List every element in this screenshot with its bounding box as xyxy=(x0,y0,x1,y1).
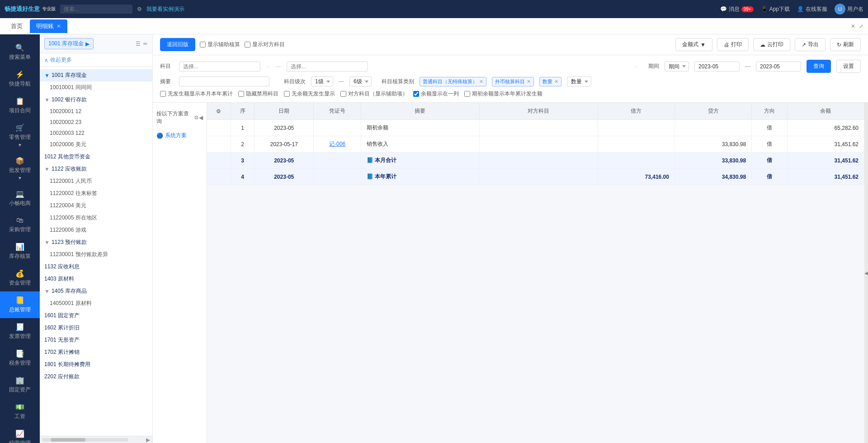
refresh-button[interactable]: ↻ 刷新 xyxy=(830,38,861,51)
tree-item-10020002[interactable]: 10020002 23 xyxy=(40,117,152,128)
tag-remove-0[interactable]: ✕ xyxy=(479,79,483,85)
current-account-display[interactable]: 1001 库存现金 ▶ xyxy=(44,38,94,49)
query-scheme-item[interactable]: 🔵 系统方案 xyxy=(156,132,203,139)
tree-item-1801[interactable]: 1801 长期待摊费用 xyxy=(40,358,152,371)
quantity-select[interactable]: 数量 xyxy=(567,76,591,86)
tree-item-10010001[interactable]: 10010001 同同同 xyxy=(40,81,152,94)
cb-hide-disabled[interactable]: 隐藏禁用科目 xyxy=(238,90,278,98)
edit-icon[interactable]: ✏ xyxy=(143,41,148,47)
list-view-icon[interactable]: ☰ xyxy=(136,41,141,47)
horizontal-scrollbar[interactable] xyxy=(42,438,128,442)
tree-item-11220004[interactable]: 11220004 美元 xyxy=(40,200,152,212)
sidebar-item-assets[interactable]: 🏢 固定资产 xyxy=(0,372,40,398)
tree-item-1403[interactable]: 1403 原材料 xyxy=(40,273,152,285)
cb-no-occurrence[interactable]: 无发生额显示本月本年累计 xyxy=(160,90,233,98)
tree-item-2202[interactable]: 2202 应付账款 xyxy=(40,371,152,383)
tab-close-icon[interactable]: ✕ xyxy=(57,23,61,29)
print-button[interactable]: 🖨 打印 xyxy=(717,38,749,51)
tree-item-10020003[interactable]: 10020003 122 xyxy=(40,128,152,138)
scroll-right-icon[interactable]: ▶ xyxy=(146,437,150,443)
show-aux-calc-checkbox[interactable]: 显示辅助核算 xyxy=(200,41,240,48)
tree-item-11220001[interactable]: 11220001 人民币 xyxy=(40,175,152,187)
collapse-query-icon[interactable]: ◀ xyxy=(199,114,203,121)
notifications-button[interactable]: 💬 消息 99+ xyxy=(720,5,754,13)
tree-item-1701[interactable]: 1701 无形资产 xyxy=(40,334,152,346)
tag-remove-2[interactable]: ✕ xyxy=(554,79,558,85)
tree-item-1012[interactable]: 1012 其他货币资金 xyxy=(40,151,152,163)
app-download-button[interactable]: 📱 App下载 xyxy=(761,5,790,13)
subject-input-2[interactable] xyxy=(287,62,368,71)
tree-item-11220002[interactable]: 11220002 往来标签 xyxy=(40,187,152,200)
sidebar-item-quick[interactable]: ⚡ 快捷导航 xyxy=(0,66,40,92)
cloud-print-button[interactable]: ☁ 云打印 xyxy=(753,38,790,51)
avatar: U xyxy=(835,4,845,14)
settings-icon[interactable]: ⚙ xyxy=(137,6,142,12)
demo-link[interactable]: 我要看实例演示 xyxy=(146,5,184,13)
cb-show-ytd[interactable]: 期初余额显示本年累计发生额 xyxy=(464,90,542,98)
tree-item-10020001[interactable]: 10020001 12 xyxy=(40,106,152,117)
query-button[interactable]: 查询 xyxy=(807,60,831,73)
cell-credit: 33,830.98 xyxy=(675,152,751,169)
table-row[interactable]: 1 2023-05 期初余额 借 65,282.60 xyxy=(207,120,864,136)
sidebar-item-purchase[interactable]: 🛍 采购管理 xyxy=(0,212,40,238)
show-opposite-checkbox[interactable]: 显示对方科目 xyxy=(245,41,285,48)
summary-input[interactable] xyxy=(179,76,269,86)
tree-item-11220006[interactable]: 11220006 游戏 xyxy=(40,224,152,236)
print-icon: 🖨 xyxy=(724,42,729,48)
sidebar-item-ecommerce[interactable]: 💻 小畅电商 xyxy=(0,185,40,212)
sidebar-item-finance[interactable]: 💰 资金管理 xyxy=(0,265,40,291)
subject-input[interactable] xyxy=(179,62,260,71)
tree-item-1602[interactable]: 1602 累计折旧 xyxy=(40,322,152,334)
amount-format-button[interactable]: 金额式 ▼ xyxy=(675,38,712,51)
query-settings-icon[interactable]: ⚙ xyxy=(194,114,199,121)
cb-no-balance[interactable]: 无余额无发生显示 xyxy=(284,90,335,98)
export-button[interactable]: ↗ 导出 xyxy=(795,38,826,51)
tree-item-1123[interactable]: ▼ 1123 预付账款 xyxy=(40,236,152,248)
top-search-input[interactable] xyxy=(60,5,132,14)
tree-item-1405[interactable]: ▼ 1405 库存商品 xyxy=(40,285,152,297)
table-row-summary-year[interactable]: 4 2023-05 📘 本年累计 73,416.00 34,830.98 借 3… xyxy=(207,169,864,185)
sidebar-item-tax[interactable]: 📑 税务管理 xyxy=(0,345,40,372)
sidebar-item-search[interactable]: 🔍 搜索菜单 xyxy=(0,39,40,66)
table-row[interactable]: 2 2023-05-17 记-006 销售收入 33,830.98 借 31,4… xyxy=(207,136,864,152)
tab-home[interactable]: 首页 xyxy=(5,19,29,33)
period-from-input[interactable] xyxy=(694,62,740,71)
online-service-button[interactable]: 👤 在线客服 xyxy=(797,5,827,13)
level-to-select[interactable]: 6级 1级 2级 xyxy=(349,76,372,86)
sidebar-item-project[interactable]: 📋 项目合同 xyxy=(0,92,40,119)
user-avatar[interactable]: U 用户名 xyxy=(835,4,863,14)
tree-item-1702[interactable]: 1702 累计摊销 xyxy=(40,346,152,358)
period-type-select[interactable]: 期间 xyxy=(665,62,689,71)
settings-filter-button[interactable]: 设置 xyxy=(836,60,861,73)
th-settings[interactable]: ⚙ xyxy=(207,103,231,120)
expand-icon[interactable]: ⤢ xyxy=(859,23,863,29)
sidebar-item-ledger[interactable]: 📒 总账管理 xyxy=(0,291,40,318)
cb-balance-in-one[interactable]: 余额显示在一列 xyxy=(413,90,459,98)
tree-item-10020006[interactable]: 10020006 美元 xyxy=(40,138,152,151)
sidebar-item-inventory[interactable]: 📊 库存核算 xyxy=(0,238,40,265)
collapse-more-button[interactable]: ∧ xyxy=(44,57,48,63)
right-expand-panel[interactable]: ◀ xyxy=(864,103,868,443)
voucher-link[interactable]: 记-006 xyxy=(329,141,345,147)
tree-item-1601[interactable]: 1601 固定资产 xyxy=(40,310,152,322)
tree-item-11220005[interactable]: 11220005 所在地区 xyxy=(40,212,152,224)
tree-item-14050001[interactable]: 14050001 原材料 xyxy=(40,297,152,310)
tree-item-11230001[interactable]: 11230001 预付账款差异 xyxy=(40,248,152,261)
close-all-icon[interactable]: ✕ xyxy=(851,23,855,29)
level-from-select[interactable]: 1级 2级 3级 xyxy=(311,76,333,86)
back-old-version-button[interactable]: 退回旧版 xyxy=(160,38,195,51)
sidebar-item-salary[interactable]: 💵 工资 xyxy=(0,398,40,425)
sidebar-item-operations[interactable]: 📈 经营管理 xyxy=(0,425,40,443)
sidebar-item-retail[interactable]: 🛒 零售管理 ▼ xyxy=(0,119,40,152)
sidebar-item-invoice[interactable]: 🧾 发票管理 xyxy=(0,318,40,345)
period-to-input[interactable] xyxy=(756,62,801,71)
tree-item-1122[interactable]: ▼ 1122 应收账款 xyxy=(40,163,152,175)
sidebar-item-wholesale[interactable]: 📦 批发管理 ▼ xyxy=(0,152,40,185)
cb-show-opposite[interactable]: 对方科目（显示辅助项） xyxy=(340,90,408,98)
tree-item-1001[interactable]: ▼ 1001 库存现金 xyxy=(40,69,152,81)
table-row-summary-month[interactable]: 3 2023-05 📘 本月合计 33,830.98 借 31,451.62 xyxy=(207,152,864,169)
tree-item-1002[interactable]: ▼ 1002 银行存款 xyxy=(40,94,152,106)
tree-item-1132[interactable]: 1132 应收利息 xyxy=(40,261,152,273)
tag-remove-1[interactable]: ✕ xyxy=(527,79,531,85)
tab-detail[interactable]: 明细账 ✕ xyxy=(30,19,67,33)
